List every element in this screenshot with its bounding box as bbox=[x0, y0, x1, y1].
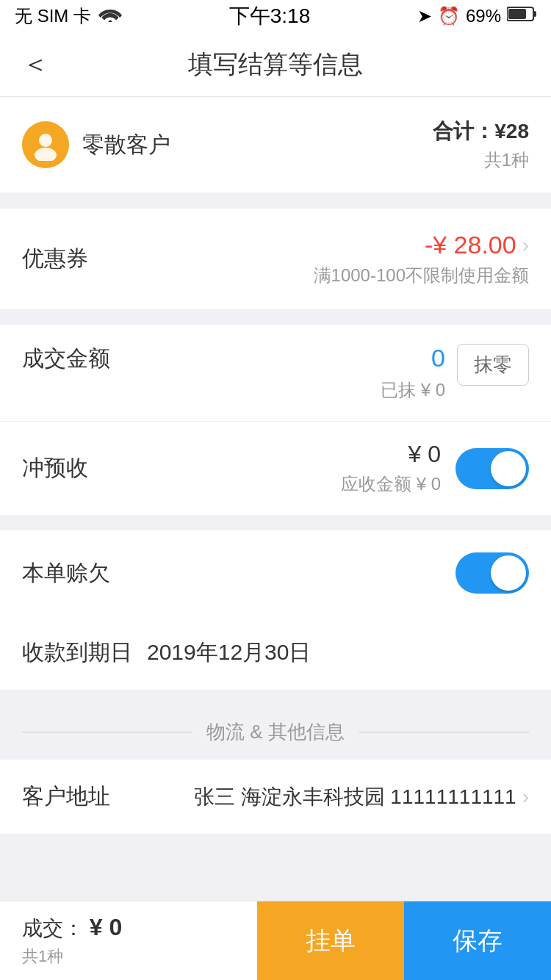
round-zero-button[interactable]: 抹零 bbox=[457, 344, 529, 386]
due-date-label: 收款到期日 bbox=[22, 638, 132, 668]
prepay-right: ¥ 0 应收金额 ¥ 0 bbox=[341, 441, 529, 496]
svg-rect-2 bbox=[533, 11, 536, 17]
prepay-row: 冲预收 ¥ 0 应收金额 ¥ 0 bbox=[0, 422, 551, 516]
bottom-deal-label: 成交： bbox=[22, 917, 84, 940]
status-time: 下午3:18 bbox=[229, 2, 311, 30]
prepay-receivable: 应收金额 ¥ 0 bbox=[341, 472, 441, 496]
credit-toggle[interactable] bbox=[455, 552, 529, 594]
due-date-row[interactable]: 收款到期日 2019年12月30日 bbox=[0, 616, 551, 690]
address-chevron-icon: › bbox=[522, 785, 529, 809]
logistics-line-right bbox=[359, 732, 529, 732]
bottom-bar: 成交： ¥ 0 共1种 挂单 保存 bbox=[0, 901, 551, 980]
divider-1 bbox=[0, 194, 551, 209]
divider-4 bbox=[0, 690, 551, 705]
battery-percent: 69% bbox=[466, 6, 501, 26]
divider-2 bbox=[0, 310, 551, 325]
logistics-header: 物流 & 其他信息 bbox=[0, 705, 551, 760]
divider-3 bbox=[0, 516, 551, 530]
location-icon: ➤ bbox=[417, 6, 432, 26]
wifi-icon bbox=[98, 6, 122, 26]
due-date-value: 2019年12月30日 bbox=[147, 638, 311, 668]
prepay-toggle[interactable] bbox=[455, 448, 529, 489]
status-right: ➤ ⏰ 69% bbox=[417, 6, 536, 26]
deal-amount-right: 0 已抹 ¥ 0 抹零 bbox=[381, 344, 529, 402]
prepay-label: 冲预收 bbox=[22, 453, 88, 483]
credit-row: 本单赊欠 bbox=[0, 530, 551, 616]
back-button[interactable]: ＜ bbox=[22, 39, 63, 90]
deal-value-col: 0 已抹 ¥ 0 bbox=[381, 344, 445, 402]
deal-value: 0 bbox=[381, 344, 445, 372]
address-row[interactable]: 客户地址 张三 海淀永丰科技园 11111111111 › bbox=[0, 760, 551, 834]
customer-row: 零散客户 合计：¥28 共1种 bbox=[0, 97, 551, 192]
credit-toggle-knob bbox=[491, 555, 526, 591]
deal-amount-label: 成交金额 bbox=[22, 344, 110, 374]
alarm-icon: ⏰ bbox=[438, 6, 460, 26]
logistics-text: 物流 & 其他信息 bbox=[206, 719, 345, 745]
bottom-count: 共1种 bbox=[22, 945, 235, 968]
svg-point-5 bbox=[35, 148, 57, 161]
page-title: 填写结算等信息 bbox=[188, 48, 363, 82]
pending-button[interactable]: 挂单 bbox=[257, 901, 404, 981]
total-count: 共1种 bbox=[433, 148, 529, 172]
coupon-row[interactable]: 优惠券 -¥ 28.00 › 满1000-100不限制使用金额 bbox=[0, 209, 551, 310]
coupon-label: 优惠券 bbox=[22, 244, 88, 274]
avatar bbox=[22, 121, 69, 168]
battery-icon bbox=[507, 6, 536, 26]
deal-sub: 已抹 ¥ 0 bbox=[381, 378, 445, 402]
deal-amount-row: 成交金额 0 已抹 ¥ 0 抹零 bbox=[0, 325, 551, 422]
address-value: 张三 海淀永丰科技园 11111111111 bbox=[194, 783, 516, 811]
coupon-right: -¥ 28.00 › 满1000-100不限制使用金额 bbox=[314, 231, 529, 287]
address-label: 客户地址 bbox=[22, 782, 110, 812]
svg-point-0 bbox=[109, 21, 112, 23]
customer-total: 合计：¥28 共1种 bbox=[433, 118, 529, 172]
no-sim-text: 无 SIM 卡 bbox=[15, 4, 91, 28]
bottom-info: 成交： ¥ 0 共1种 bbox=[0, 914, 257, 968]
toggle-knob bbox=[491, 451, 526, 486]
credit-label: 本单赊欠 bbox=[22, 558, 110, 588]
coupon-sub: 满1000-100不限制使用金额 bbox=[314, 264, 529, 287]
prepay-values: ¥ 0 应收金额 ¥ 0 bbox=[341, 441, 441, 496]
chevron-right-icon: › bbox=[522, 234, 529, 257]
customer-left: 零散客户 bbox=[22, 121, 170, 168]
content: 零散客户 合计：¥28 共1种 优惠券 -¥ 28.00 › 满1000-100… bbox=[0, 97, 551, 980]
nav-bar: ＜ 填写结算等信息 bbox=[0, 32, 551, 97]
svg-point-4 bbox=[39, 134, 52, 147]
svg-rect-3 bbox=[508, 9, 526, 19]
bottom-deal-row: 成交： ¥ 0 bbox=[22, 914, 235, 943]
address-right: 张三 海淀永丰科技园 11111111111 › bbox=[194, 783, 529, 811]
total-amount: 合计：¥28 bbox=[433, 118, 529, 145]
prepay-amount: ¥ 0 bbox=[341, 441, 441, 468]
coupon-value: -¥ 28.00 bbox=[425, 231, 516, 259]
status-left: 无 SIM 卡 bbox=[15, 4, 122, 28]
save-button[interactable]: 保存 bbox=[404, 901, 551, 981]
bottom-deal-amount: ¥ 0 bbox=[90, 914, 122, 940]
status-bar: 无 SIM 卡 下午3:18 ➤ ⏰ 69% bbox=[0, 0, 551, 32]
logistics-line-left bbox=[22, 732, 192, 732]
customer-name: 零散客户 bbox=[82, 130, 170, 160]
